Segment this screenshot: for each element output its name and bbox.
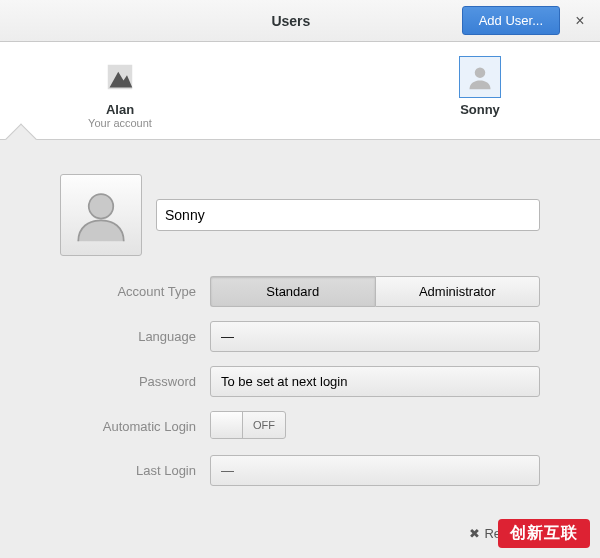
user-list: Alan Your account Sonny — [0, 42, 600, 140]
label-automatic-login: Automatic Login — [60, 419, 210, 434]
row-language: Language — — [60, 321, 540, 352]
full-name-input[interactable] — [156, 199, 540, 231]
add-user-button[interactable]: Add User... — [462, 6, 560, 35]
user-name-label: Sonny — [440, 102, 520, 117]
row-last-login: Last Login — — [60, 455, 540, 486]
avatar-name-row — [60, 174, 540, 256]
account-type-administrator[interactable]: Administrator — [375, 276, 541, 307]
user-card-alan[interactable]: Alan Your account — [80, 56, 160, 129]
label-account-type: Account Type — [60, 284, 210, 299]
remove-icon: ✖ — [469, 526, 480, 541]
user-card-sonny[interactable]: Sonny — [440, 56, 520, 117]
avatar-silhouette-icon — [459, 56, 501, 98]
user-detail-form: Account Type Standard Administrator Lang… — [0, 140, 600, 516]
row-account-type: Account Type Standard Administrator — [60, 276, 540, 307]
close-button[interactable]: × — [566, 7, 594, 35]
window-title: Users — [120, 13, 462, 29]
person-icon — [73, 187, 129, 243]
label-password: Password — [60, 374, 210, 389]
svg-point-2 — [475, 67, 486, 78]
avatar-picker-button[interactable] — [60, 174, 142, 256]
password-button[interactable]: To be set at next login — [210, 366, 540, 397]
account-type-standard[interactable]: Standard — [210, 276, 375, 307]
automatic-login-switch[interactable]: OFF — [210, 411, 286, 439]
switch-knob — [211, 412, 243, 438]
watermark-badge: 创新互联 — [498, 519, 590, 548]
last-login-value: — — [210, 455, 540, 486]
language-selector[interactable]: — — [210, 321, 540, 352]
user-name-label: Alan — [80, 102, 160, 117]
row-automatic-login: Automatic Login OFF — [60, 411, 540, 441]
label-language: Language — [60, 329, 210, 344]
label-last-login: Last Login — [60, 463, 210, 478]
user-subtitle-label: Your account — [80, 117, 160, 129]
account-type-toggle: Standard Administrator — [210, 276, 540, 307]
svg-point-3 — [89, 194, 114, 219]
switch-state-label: OFF — [243, 412, 285, 438]
row-password: Password To be set at next login — [60, 366, 540, 397]
avatar-photo-icon — [99, 56, 141, 98]
titlebar-actions: Add User... × — [462, 6, 594, 35]
title-bar: Users Add User... × — [0, 0, 600, 42]
